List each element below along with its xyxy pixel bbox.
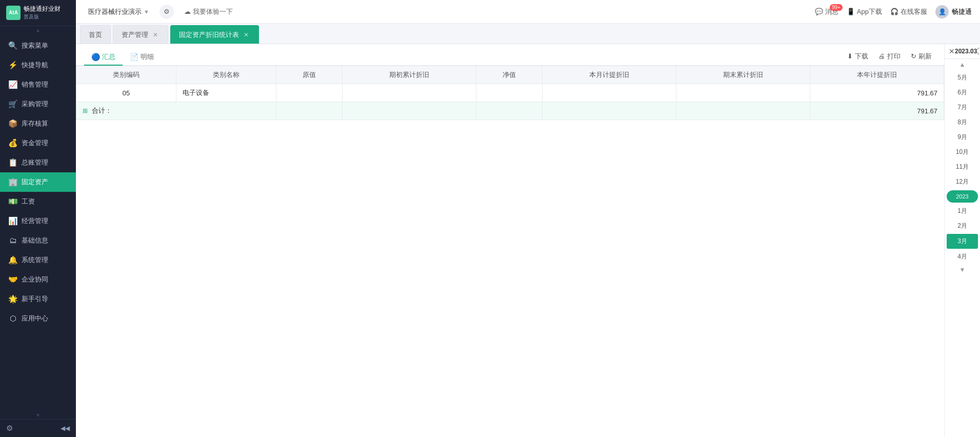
date-month-7[interactable]: 7月 xyxy=(945,100,980,115)
sidebar-item-system[interactable]: 🔔 系统管理 xyxy=(0,250,76,270)
sidebar: AtA 畅捷通好业财 普及版 ▲ 🔍 搜索菜单 ⚡ 快捷导航 📈 销售管理 🛒 … xyxy=(0,0,76,437)
settings-icon[interactable]: ⚙ xyxy=(6,424,13,433)
trial-label: 我要体验一下 xyxy=(193,7,233,16)
depreciation-table: 类别编码 类别名称 原值 期初累计折旧 净值 本月计提折旧 期末累计折旧 本年计… xyxy=(76,66,944,120)
scroll-down-btn[interactable]: ▼ xyxy=(0,411,76,419)
company-name: 医疗器械行业演示 xyxy=(88,7,142,16)
sidebar-item-inventory-label: 库存核算 xyxy=(22,119,48,128)
quicknav-icon: ⚡ xyxy=(8,61,17,70)
sidebar-item-inventory[interactable]: 📦 库存核算 xyxy=(0,114,76,133)
cell-code: 05 xyxy=(76,84,176,102)
main-area: 医疗器械行业演示 ▼ ⚙ ☁ 我要体验一下 💬 消息 99+ 📱 App下载 🎧… xyxy=(76,0,980,437)
inventory-icon: 📦 xyxy=(8,119,17,128)
app-logo: AtA 畅捷通好业财 普及版 xyxy=(0,0,76,26)
date-year-2023[interactable]: 2023 xyxy=(947,190,978,203)
cell-annual-depreciation: 791.67 xyxy=(810,84,944,102)
user-area[interactable]: 👤 畅捷通 xyxy=(935,5,972,18)
th-annual-depreciation: 本年计提折旧 xyxy=(810,66,944,84)
sidebar-item-fixed[interactable]: 🏢 固定资产 xyxy=(0,172,76,192)
date-month-11[interactable]: 11月 xyxy=(945,160,980,174)
tab-home[interactable]: 首页 xyxy=(80,25,111,44)
sidebar-item-guide-label: 新手引导 xyxy=(22,294,48,304)
tab-depreciation-label: 固定资产折旧统计表 xyxy=(179,30,239,39)
tab-depreciation-close[interactable]: ✕ xyxy=(242,31,250,39)
refresh-label: 刷新 xyxy=(918,52,932,61)
fixed-icon: 🏢 xyxy=(8,177,17,187)
download-icon: 📱 xyxy=(847,8,855,15)
customer-service-btn[interactable]: 🎧 在线客服 xyxy=(890,7,927,16)
collapse-icon[interactable]: ◀◀ xyxy=(61,425,70,432)
date-month-4[interactable]: 4月 xyxy=(945,249,980,264)
tab-asset-mgmt[interactable]: 资产管理 ✕ xyxy=(113,25,168,44)
date-month-6[interactable]: 6月 xyxy=(945,85,980,100)
sidebar-item-appcenter-label: 应用中心 xyxy=(22,314,48,323)
date-month-9[interactable]: 9月 xyxy=(945,130,980,145)
refresh-icon: ↻ xyxy=(911,52,916,60)
scroll-up-btn[interactable]: ▲ xyxy=(0,26,76,34)
date-month-5[interactable]: 5月 xyxy=(945,70,980,85)
trial-icon: ☁ xyxy=(184,8,191,15)
date-month-8[interactable]: 8月 xyxy=(945,115,980,130)
sidebar-item-ledger-label: 总账管理 xyxy=(22,158,48,167)
sidebar-item-quicknav[interactable]: ⚡ 快捷导航 xyxy=(0,55,76,75)
date-panel-close[interactable]: ✕ xyxy=(949,47,955,55)
date-month-2[interactable]: 2月 xyxy=(945,218,980,233)
username: 畅捷通 xyxy=(952,7,972,16)
date-panel-expand[interactable]: ⛶ xyxy=(977,47,980,55)
sidebar-item-salary[interactable]: 💵 工资 xyxy=(0,192,76,211)
settings-button[interactable]: ⚙ xyxy=(159,5,174,19)
sidebar-item-guide[interactable]: 🌟 新手引导 xyxy=(0,289,76,309)
date-month-12[interactable]: 12月 xyxy=(945,174,980,189)
tab-depreciation[interactable]: 固定资产折旧统计表 ✕ xyxy=(170,25,259,44)
date-month-1[interactable]: 1月 xyxy=(945,204,980,218)
sidebar-item-search-label: 搜索菜单 xyxy=(22,41,48,50)
date-month-10[interactable]: 10月 xyxy=(945,145,980,160)
sidebar-item-search[interactable]: 🔍 搜索菜单 xyxy=(0,36,76,55)
date-panel-header: ✕ 2023.03 ⛶ xyxy=(945,44,980,59)
sidebar-item-system-label: 系统管理 xyxy=(22,255,48,265)
th-code: 类别编码 xyxy=(76,66,176,84)
sidebar-item-basic-label: 基础信息 xyxy=(22,236,48,245)
sidebar-item-operations[interactable]: 📊 经营管理 xyxy=(0,211,76,231)
table-header-row: 类别编码 类别名称 原值 期初累计折旧 净值 本月计提折旧 期末累计折旧 本年计… xyxy=(76,66,944,84)
notification-icon: 💬 xyxy=(815,8,823,15)
company-selector[interactable]: 医疗器械行业演示 ▼ xyxy=(84,5,153,18)
sidebar-item-sales[interactable]: 📈 销售管理 xyxy=(0,75,76,94)
date-month-3-current[interactable]: 3月 xyxy=(947,234,978,249)
th-opening-accumulated: 期初累计折旧 xyxy=(343,66,476,84)
download-icon: ⬇ xyxy=(847,52,853,60)
sub-tab-detail[interactable]: 📄 明细 xyxy=(123,49,161,66)
sidebar-item-finance[interactable]: 💰 资金管理 xyxy=(0,133,76,153)
sidebar-item-basic[interactable]: 🗂 基础信息 xyxy=(0,231,76,250)
sidebar-item-purchase[interactable]: 🛒 采购管理 xyxy=(0,94,76,114)
sidebar-item-appcenter[interactable]: ⬡ 应用中心 xyxy=(0,309,76,328)
total-cell-label: ⊞ 合计： xyxy=(76,102,276,120)
sidebar-item-ledger[interactable]: 📋 总账管理 xyxy=(0,153,76,172)
cell-original-value xyxy=(276,84,343,102)
service-label: 在线客服 xyxy=(901,7,927,16)
print-btn[interactable]: 🖨 打印 xyxy=(874,50,905,63)
detail-tab-label: 明细 xyxy=(141,52,154,62)
system-icon: 🔔 xyxy=(8,255,17,265)
date-scroll-up[interactable]: ▲ xyxy=(945,59,980,70)
app-download-label: App下载 xyxy=(857,7,882,16)
purchase-icon: 🛒 xyxy=(8,100,17,109)
tab-asset-mgmt-close[interactable]: ✕ xyxy=(151,31,159,39)
sidebar-item-enterprise[interactable]: 🤝 企业协同 xyxy=(0,270,76,289)
sidebar-nav: 🔍 搜索菜单 ⚡ 快捷导航 📈 销售管理 🛒 采购管理 📦 库存核算 💰 资金管… xyxy=(0,34,76,411)
cell-net-value xyxy=(476,84,543,102)
notification-btn[interactable]: 💬 消息 99+ xyxy=(815,7,838,16)
enterprise-icon: 🤝 xyxy=(8,275,17,284)
finance-icon: 💰 xyxy=(8,138,17,148)
refresh-btn[interactable]: ↻ 刷新 xyxy=(907,50,936,63)
date-scroll-down[interactable]: ▼ xyxy=(945,264,980,275)
sub-tabs: 🔵 汇总 📄 明细 ⬇ 下载 🖨 打印 xyxy=(76,44,944,66)
sub-tab-summary[interactable]: 🔵 汇总 xyxy=(84,49,123,66)
download-btn[interactable]: ⬇ 下载 xyxy=(843,50,872,63)
sidebar-item-fixed-label: 固定资产 xyxy=(22,177,48,187)
trial-button[interactable]: ☁ 我要体验一下 xyxy=(180,5,237,18)
th-monthly-depreciation: 本月计提折旧 xyxy=(543,66,676,84)
th-original-value: 原值 xyxy=(276,66,343,84)
app-download-btn[interactable]: 📱 App下载 xyxy=(847,7,882,16)
th-net-value: 净值 xyxy=(476,66,543,84)
